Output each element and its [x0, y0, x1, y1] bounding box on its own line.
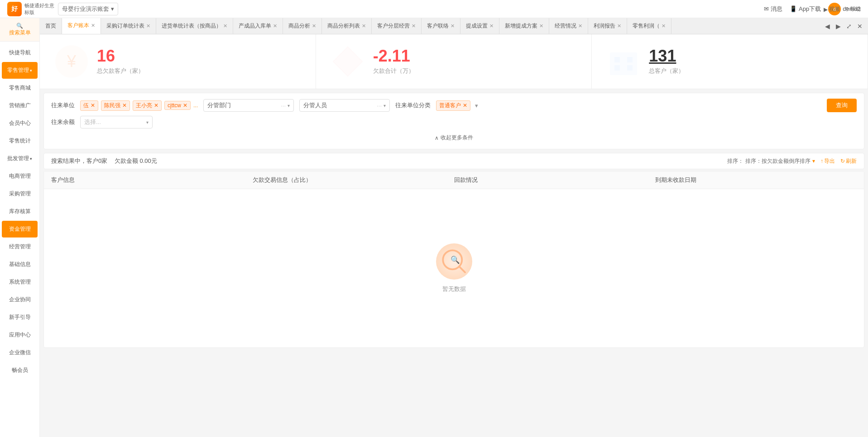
tab-close-customer-contact[interactable]: ✕ — [451, 23, 455, 29]
remainder-arrow-icon: ▾ — [146, 120, 149, 125]
sidebar-item-retail-stats[interactable]: 零售统计 — [2, 133, 38, 149]
filter-row-1: 往来单位 伍 ✕ 陈民强 ✕ 王小亮 ✕ — [51, 99, 857, 112]
stat-label-total-customers: 总客户（家） — [649, 67, 684, 75]
close-tag-chen[interactable]: ✕ — [122, 102, 127, 109]
person-filter-select[interactable]: 分管人员 ··· ▾ — [299, 99, 390, 112]
tab-close-cost-inbound[interactable]: ✕ — [273, 23, 277, 29]
sidebar-item-new-guide[interactable]: 新手引导 — [2, 309, 38, 326]
sidebar-item-retail-mall[interactable]: 零售商城 — [2, 80, 38, 96]
stats-row: ¥ 16 总欠款客户（家） -2. — [40, 34, 868, 89]
tab-close-customer-segment[interactable]: ✕ — [412, 23, 416, 29]
dept-filter-select[interactable]: 分管部门 ··· ▾ — [203, 99, 294, 112]
tab-reminder-settings[interactable]: 提成设置 ✕ — [460, 18, 499, 34]
search-icon: 🔍 — [4, 23, 36, 29]
tab-customer-contact[interactable]: 客户联络 ✕ — [422, 18, 460, 34]
sidebar-item-inventory[interactable]: 库存核算 — [2, 203, 38, 220]
sidebar-item-finance[interactable]: 资金管理 — [2, 221, 38, 238]
tab-new-reminder[interactable]: 新增提成方案 ✕ — [499, 18, 549, 34]
sidebar-item-vip-member[interactable]: 畅会员 — [2, 362, 38, 379]
sidebar-item-enterprise-coop[interactable]: 企业协同 — [2, 291, 38, 308]
tab-profit-report[interactable]: 利润报告 ✕ — [588, 18, 627, 34]
message-btn[interactable]: ✉ 消息 — [764, 5, 782, 13]
tab-expand-btn[interactable]: ⤢ — [844, 22, 854, 31]
results-bar: 搜索结果中，客户0家 欠款金额 0.00元 排序： 排序：按欠款金额倒序排序 ▾… — [43, 153, 864, 169]
content-area: 首页 客户账本 ✕ 采购订单统计表 ✕ 进货单统计表（按商品） ✕ 产成品入库单… — [40, 18, 868, 437]
app-download-btn[interactable]: 📱 App下载 — [790, 5, 821, 13]
sidebar-item-member-center[interactable]: 会员中心 — [2, 115, 38, 132]
svg-rect-5 — [627, 57, 633, 62]
tab-close-operation-status[interactable]: ✕ — [578, 23, 582, 29]
org-selector[interactable]: 母婴行业演示账套 ▾ — [58, 3, 118, 15]
tab-bar: 首页 客户账本 ✕ 采购订单统计表 ✕ 进货单统计表（按商品） ✕ 产成品入库单… — [40, 18, 868, 34]
sidebar-item-wholesale-mgmt[interactable]: 批发管理 ▾ — [2, 150, 38, 167]
remainder-filter-select[interactable]: 选择... ▾ — [80, 116, 153, 128]
close-tag-normal-customer[interactable]: ✕ — [463, 102, 467, 109]
filter-tag-wang: 王小亮 ✕ — [133, 100, 162, 111]
collapse-icon: ∧ — [435, 135, 439, 141]
tab-customer-account[interactable]: 客户账本 ✕ — [62, 18, 101, 34]
stat-info-overdue-amount: -2.11 欠款合计（万） — [373, 48, 414, 75]
svg-rect-3 — [610, 52, 637, 75]
sidebar-search[interactable]: 🔍 搜索菜单 — [0, 18, 39, 42]
sidebar-item-marketing[interactable]: 营销推广 — [2, 97, 38, 114]
logo-area: 好 畅捷通好生意 标版 — [7, 2, 54, 16]
filter-tags-unit: 伍 ✕ 陈民强 ✕ 王小亮 ✕ cjttcw ✕ — [80, 100, 198, 111]
tab-close-product-analysis-list[interactable]: ✕ — [362, 23, 366, 29]
tab-retail-profit[interactable]: 零售利润（ ✕ — [627, 18, 671, 34]
refresh-btn[interactable]: ↻ 刷新 — [840, 157, 857, 165]
stat-label-overdue-customers: 总欠款客户（家） — [97, 67, 144, 75]
close-tag-cjttcw[interactable]: ✕ — [183, 102, 187, 109]
tab-prev-btn[interactable]: ◀ — [823, 22, 832, 31]
sidebar-item-quick-nav[interactable]: 快捷导航 — [2, 44, 38, 61]
stat-value-overdue-amount: -2.11 — [373, 48, 414, 64]
close-tag-wang[interactable]: ✕ — [154, 102, 158, 109]
tab-product-analysis[interactable]: 商品分析 ✕ — [283, 18, 322, 34]
export-btn[interactable]: ↑ 导出 — [820, 157, 835, 165]
query-btn[interactable]: 查询 — [827, 99, 857, 112]
tab-close-retail-profit[interactable]: ✕ — [662, 23, 666, 29]
tab-operation-status[interactable]: 经营情况 ✕ — [549, 18, 588, 34]
tab-product-analysis-list[interactable]: 商品分析列表 ✕ — [322, 18, 372, 34]
sidebar-item-ecommerce[interactable]: 电商管理 — [2, 168, 38, 185]
sidebar-item-enterprise-wechat[interactable]: 企业微信 — [2, 344, 38, 361]
tab-home[interactable]: 首页 — [40, 18, 62, 34]
dept-more-icon: ··· — [281, 102, 286, 109]
collapse-filter-btn[interactable]: ∧ 收起更多条件 — [51, 132, 857, 143]
tab-close-reminder-settings[interactable]: ✕ — [489, 23, 494, 29]
tab-close-new-reminder[interactable]: ✕ — [539, 23, 543, 29]
sidebar-item-system-mgmt[interactable]: 系统管理 — [2, 274, 38, 290]
sidebar-item-purchase-mgmt[interactable]: 采购管理 — [2, 185, 38, 202]
sort-select[interactable]: 排序： 排序：按欠款金额倒序排序 ▾ — [727, 157, 815, 165]
unit-filter-label: 往来单位 — [51, 101, 75, 109]
tab-cost-inbound[interactable]: 产成品入库单 ✕ — [233, 18, 283, 34]
stat-value-total-customers: 131 — [649, 48, 684, 64]
chevron-down-icon: ▾ — [111, 5, 114, 12]
sidebar-item-basic-info[interactable]: 基础信息 — [2, 256, 38, 273]
results-actions: 排序： 排序：按欠款金额倒序排序 ▾ ↑ 导出 ↻ 刷新 — [727, 157, 857, 165]
tab-incoming-stats[interactable]: 进货单统计表（按商品） ✕ — [156, 18, 233, 34]
sidebar-item-app-center[interactable]: 应用中心 — [2, 327, 38, 343]
svg-rect-4 — [614, 57, 620, 62]
svg-line-9 — [459, 266, 465, 272]
unit-type-arrow-icon: ▾ — [475, 102, 478, 109]
person-arrow-icon: ▾ — [384, 103, 386, 108]
tab-close-customer-account[interactable]: ✕ — [91, 23, 95, 28]
sidebar-nav: 快捷导航 零售管理 ▾ 零售商城 营销推广 会员中心 零售统计 批发管理 ▾ — [0, 42, 39, 381]
header-left: 好 畅捷通好生意 标版 母婴行业演示账套 ▾ — [7, 2, 118, 16]
phone-icon: 📱 — [790, 5, 797, 12]
sidebar-item-retail-mgmt[interactable]: 零售管理 ▾ — [2, 62, 38, 79]
tab-close-purchase-order[interactable]: ✕ — [146, 23, 150, 29]
tab-close-incoming-stats[interactable]: ✕ — [223, 23, 227, 29]
tab-close-all-btn[interactable]: ✕ — [855, 22, 864, 31]
tab-customer-segment[interactable]: 客户分层经营 ✕ — [372, 18, 422, 34]
tab-close-product-analysis[interactable]: ✕ — [312, 23, 316, 29]
tab-close-profit-report[interactable]: ✕ — [617, 23, 621, 29]
tab-purchase-order[interactable]: 采购订单统计表 ✕ — [101, 18, 156, 34]
sidebar-item-operations[interactable]: 经营管理 — [2, 238, 38, 255]
empty-text: 暂无数据 — [442, 285, 466, 293]
stat-card-overdue-amount: -2.11 欠款合计（万） — [316, 34, 592, 89]
close-tag-wu[interactable]: ✕ — [91, 102, 95, 109]
tab-next-btn[interactable]: ▶ — [834, 22, 843, 31]
message-icon: ✉ — [764, 5, 769, 12]
filter-more-tags[interactable]: ... — [193, 102, 198, 109]
